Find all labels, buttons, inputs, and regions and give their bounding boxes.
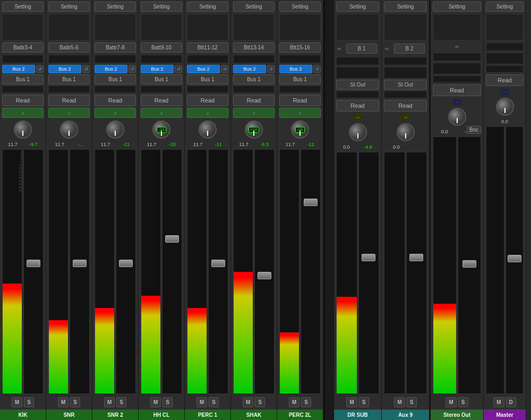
- read-btn-snr2[interactable]: Read: [95, 95, 136, 106]
- midi-btn-snr[interactable]: ♪: [48, 108, 90, 118]
- fader-thumb-hhcl[interactable]: [165, 235, 179, 243]
- bus-send-btn-shak[interactable]: Bus 2: [233, 65, 266, 73]
- bnc-btn-stereoout[interactable]: Bnc: [467, 126, 481, 134]
- solo-btn-perc1[interactable]: S: [209, 397, 219, 407]
- fader-thumb-perc2l[interactable]: [304, 199, 318, 206]
- setting-btn-kik[interactable]: Setting: [2, 2, 44, 12]
- midi-btn-snr2[interactable]: ♪: [95, 108, 136, 118]
- fader-thumb-shak[interactable]: [258, 272, 271, 279]
- knob-stereoout[interactable]: [448, 108, 466, 126]
- channel-name-perc2l[interactable]: Btt15-16: [279, 42, 321, 53]
- channel-name-aux9[interactable]: B 2: [394, 44, 425, 54]
- cycle-icon-perc1[interactable]: ↺: [221, 65, 228, 73]
- mute-btn-stereoout[interactable]: M: [446, 397, 456, 407]
- fader-thumb-master[interactable]: [508, 255, 521, 262]
- fader-hhcl[interactable]: [162, 149, 182, 394]
- setting-btn-hhcl[interactable]: Setting: [141, 2, 182, 12]
- cycle-icon-snr2[interactable]: ↺: [129, 65, 136, 73]
- read-btn-perc2l[interactable]: Read: [279, 95, 321, 106]
- output-btn-perc1[interactable]: Bus 1: [187, 74, 228, 84]
- read-btn-master[interactable]: Read: [486, 74, 524, 86]
- read-btn-perc1[interactable]: Read: [187, 95, 228, 106]
- mute-btn-aux9[interactable]: M: [394, 397, 405, 407]
- fader-kik[interactable]: [23, 149, 44, 394]
- fader-thumb-perc1[interactable]: [211, 260, 225, 267]
- fader-thumb-kik[interactable]: [27, 260, 40, 267]
- knob-hhcl[interactable]: -14: [152, 121, 170, 139]
- knob-master[interactable]: [496, 98, 514, 116]
- bus-send-btn-hhcl[interactable]: Bus 2: [141, 65, 174, 73]
- knob-drsub[interactable]: [349, 123, 367, 141]
- mute-btn-drsub[interactable]: M: [346, 397, 357, 407]
- midi-btn-perc1[interactable]: ♪: [187, 108, 228, 118]
- fader-thumb-drsub[interactable]: [362, 254, 375, 261]
- bus-send-btn-snr2[interactable]: Bus 2: [95, 65, 127, 73]
- fader-thumb-snr[interactable]: [73, 260, 87, 267]
- midi-btn-kik[interactable]: ♪: [2, 108, 44, 118]
- dim-btn-master[interactable]: D: [506, 397, 516, 407]
- output-btn-shak[interactable]: Bus 1: [233, 74, 275, 84]
- solo-btn-shak[interactable]: S: [255, 397, 265, 407]
- read-btn-hhcl[interactable]: Read: [141, 95, 182, 106]
- channel-name-shak[interactable]: Btt13-14: [233, 42, 275, 53]
- fader-thumb-snr2[interactable]: [119, 260, 133, 267]
- output-btn-drsub[interactable]: St Out: [336, 80, 379, 90]
- solo-btn-aux9[interactable]: S: [407, 397, 417, 407]
- fader-drsub[interactable]: [358, 152, 380, 394]
- output-btn-aux9[interactable]: St Out: [384, 80, 427, 90]
- knob-kik[interactable]: [14, 121, 32, 139]
- read-btn-shak[interactable]: Read: [233, 95, 275, 106]
- output-btn-kik[interactable]: Bus 1: [2, 74, 44, 84]
- setting-btn-drsub[interactable]: Setting: [336, 2, 379, 12]
- solo-btn-stereoout[interactable]: S: [458, 397, 468, 407]
- mute-btn-kik[interactable]: M: [12, 397, 22, 407]
- fader-shak[interactable]: [254, 149, 275, 394]
- read-btn-kik[interactable]: Read: [2, 95, 44, 106]
- solo-btn-kik[interactable]: S: [24, 397, 34, 407]
- mute-btn-snr2[interactable]: M: [104, 397, 115, 407]
- midi-btn-perc2l[interactable]: ♪: [279, 108, 321, 118]
- knob-shak[interactable]: +16: [245, 121, 263, 139]
- solo-btn-hhcl[interactable]: S: [162, 397, 173, 407]
- solo-btn-drsub[interactable]: S: [359, 397, 369, 407]
- mute-btn-snr[interactable]: M: [58, 397, 68, 407]
- channel-name-kik[interactable]: Battr3-4: [2, 42, 44, 53]
- read-btn-aux9[interactable]: Read: [384, 100, 427, 112]
- setting-btn-master[interactable]: Setting: [486, 2, 524, 12]
- read-btn-drsub[interactable]: Read: [336, 100, 379, 112]
- channel-name-snr2[interactable]: Battr7-8: [95, 42, 136, 53]
- read-btn-stereoout[interactable]: Read: [433, 84, 481, 96]
- cycle-icon-perc2l[interactable]: ↺: [313, 65, 321, 73]
- mute-btn-shak[interactable]: M: [243, 397, 253, 407]
- setting-btn-aux9[interactable]: Setting: [384, 2, 427, 12]
- mute-btn-hhcl[interactable]: M: [150, 397, 161, 407]
- setting-btn-perc2l[interactable]: Setting: [279, 2, 321, 12]
- fader-snr2[interactable]: [116, 149, 136, 394]
- output-btn-hhcl[interactable]: Bus 1: [141, 74, 182, 84]
- setting-btn-perc1[interactable]: Setting: [187, 2, 228, 12]
- knob-aux9[interactable]: [397, 123, 415, 141]
- fader-thumb-aux9[interactable]: [409, 254, 423, 261]
- mute-btn-master[interactable]: M: [493, 397, 504, 407]
- output-btn-snr[interactable]: Bus 1: [48, 74, 90, 84]
- midi-btn-shak[interactable]: ♪: [233, 108, 275, 118]
- fader-master[interactable]: [506, 126, 524, 394]
- fader-perc2l[interactable]: [301, 149, 321, 394]
- cycle-icon-shak[interactable]: ↺: [267, 65, 275, 73]
- cycle-icon-snr[interactable]: ↺: [82, 65, 90, 73]
- fader-stereoout[interactable]: [458, 136, 482, 394]
- bus-send-btn-snr[interactable]: Bus 2: [48, 65, 81, 73]
- solo-btn-perc2l[interactable]: S: [301, 397, 311, 407]
- fader-snr[interactable]: [70, 149, 90, 394]
- channel-name-snr[interactable]: Battr5-6: [48, 42, 90, 53]
- setting-btn-stereoout[interactable]: Setting: [433, 2, 481, 12]
- midi-btn-hhcl[interactable]: ♪: [141, 108, 182, 118]
- solo-btn-snr[interactable]: S: [70, 397, 80, 407]
- solo-btn-snr2[interactable]: S: [116, 397, 126, 407]
- output-btn-snr2[interactable]: Bus 1: [95, 74, 136, 84]
- channel-name-perc1[interactable]: Btt11-12: [187, 42, 228, 53]
- fader-perc1[interactable]: [208, 149, 228, 394]
- cycle-icon-kik[interactable]: ↺: [36, 65, 44, 73]
- mute-btn-perc1[interactable]: M: [196, 397, 207, 407]
- channel-name-drsub[interactable]: B 1: [346, 44, 377, 54]
